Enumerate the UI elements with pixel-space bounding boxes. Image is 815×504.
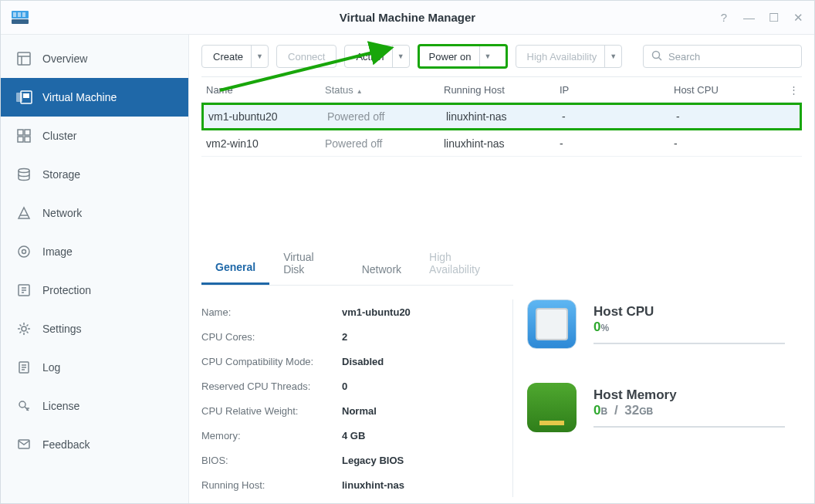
sidebar-item-label: Virtual Machine [42, 91, 117, 103]
caret-down-icon[interactable]: ▼ [479, 46, 496, 66]
svg-point-20 [22, 326, 26, 331]
properties-list: Name:vm1-ubuntu20 CPU Cores:2 CPU Compat… [201, 299, 513, 497]
high-availability-button[interactable]: High Availability ▼ [516, 45, 623, 68]
sidebar-item-protection[interactable]: Protection [1, 271, 188, 310]
minimize-icon[interactable]: — [743, 11, 754, 25]
sidebar-item-label: Log [42, 361, 60, 374]
prop-label: Running Host: [201, 479, 342, 491]
metric-title: Host Memory [593, 387, 785, 403]
metric-value: 0B / 32GB [593, 403, 785, 418]
svg-rect-13 [18, 137, 23, 142]
sidebar-item-label: Storage [42, 168, 80, 181]
sidebar-item-overview[interactable]: Overview [1, 39, 188, 78]
license-icon [16, 399, 32, 413]
main-content: Create ▼ Connect Action ▼ Power on ▼ Hig… [189, 35, 814, 503]
sidebar-item-license[interactable]: License [1, 387, 188, 425]
col-name[interactable]: Name [201, 84, 325, 96]
close-icon[interactable]: ✕ [793, 11, 803, 25]
sidebar-item-settings[interactable]: Settings [1, 310, 188, 348]
sidebar-item-image[interactable]: Image [1, 232, 188, 271]
settings-icon [16, 322, 32, 336]
prop-value: 0 [342, 381, 347, 392]
network-icon [16, 206, 32, 220]
tab-high-availability[interactable]: High Availability [415, 242, 513, 285]
sidebar-item-label: Feedback [42, 438, 90, 451]
svg-rect-14 [25, 137, 30, 142]
sidebar-item-cluster[interactable]: Cluster [1, 117, 188, 155]
svg-rect-12 [25, 130, 30, 135]
col-cpu[interactable]: Host CPU [674, 84, 774, 96]
prop-value: 2 [342, 331, 347, 343]
svg-rect-11 [18, 130, 23, 135]
window-title: Virtual Machine Manager [1, 11, 814, 24]
tab-general[interactable]: General [201, 252, 269, 285]
memory-icon [527, 383, 577, 432]
help-icon[interactable]: ? [719, 11, 729, 25]
prop-value: Normal [342, 405, 377, 417]
svg-point-25 [19, 401, 25, 408]
titlebar: Virtual Machine Manager ? — ☐ ✕ [1, 1, 814, 35]
detail-tabs: General Virtual Disk Network High Availa… [201, 250, 513, 286]
storage-icon [16, 167, 32, 181]
cpu-icon [527, 299, 577, 349]
metrics-panel: Host CPU 0% Host Memory [527, 250, 802, 497]
cluster-icon [16, 129, 32, 143]
maximize-icon[interactable]: ☐ [768, 11, 779, 25]
svg-rect-3 [18, 12, 21, 17]
sidebar-item-label: License [42, 400, 79, 412]
prop-label: Memory: [201, 430, 342, 441]
caret-down-icon[interactable]: ▼ [604, 46, 621, 67]
svg-rect-2 [13, 12, 16, 17]
svg-point-18 [22, 250, 26, 254]
prop-value: vm1-ubuntu20 [342, 306, 411, 318]
svg-rect-8 [16, 93, 22, 102]
metric-bar [593, 343, 785, 344]
col-ip[interactable]: IP [560, 84, 674, 96]
table-row[interactable]: vm1-ubuntu20 Powered off linuxhint-nas -… [201, 103, 802, 130]
svg-rect-10 [23, 93, 29, 98]
sidebar-item-label: Network [42, 207, 82, 219]
caret-down-icon[interactable]: ▼ [392, 46, 409, 67]
sidebar: Overview Virtual Machine Cluster Storage… [1, 35, 189, 503]
metric-title: Host CPU [593, 304, 785, 320]
metric-host-cpu: Host CPU 0% [527, 299, 802, 349]
caret-down-icon[interactable]: ▼ [251, 46, 268, 67]
detail-panel: General Virtual Disk Network High Availa… [189, 250, 814, 503]
svg-rect-1 [12, 19, 29, 24]
search-input[interactable] [643, 45, 802, 68]
prop-value: Disabled [342, 356, 384, 367]
col-host[interactable]: Running Host [444, 84, 560, 96]
tab-network[interactable]: Network [348, 254, 415, 285]
prop-label: Name: [201, 306, 342, 318]
prop-label: Reserved CPU Threads: [201, 381, 342, 392]
col-status[interactable]: Status▲ [325, 84, 444, 96]
connect-button[interactable]: Connect [276, 45, 336, 68]
svg-point-17 [19, 246, 29, 257]
sort-asc-icon: ▲ [357, 88, 363, 95]
sidebar-item-virtual-machine[interactable]: Virtual Machine [1, 78, 188, 117]
create-button[interactable]: Create ▼ [201, 45, 269, 68]
sidebar-item-log[interactable]: Log [1, 348, 188, 387]
search-icon [651, 50, 662, 63]
sidebar-item-feedback[interactable]: Feedback [1, 425, 188, 464]
power-on-button[interactable]: Power on ▼ [418, 44, 508, 69]
app-icon [12, 11, 29, 25]
vm-table: Name Status▲ Running Host IP Host CPU ⋮ … [189, 76, 814, 157]
feedback-icon [16, 438, 32, 452]
sidebar-item-label: Protection [42, 284, 91, 296]
column-menu-icon[interactable]: ⋮ [789, 84, 802, 96]
prop-label: CPU Relative Weight: [201, 405, 342, 417]
table-row[interactable]: vm2-win10 Powered off linuxhint-nas - - [201, 130, 802, 157]
image-icon [16, 245, 32, 259]
metric-value: 0% [593, 320, 785, 335]
sidebar-item-label: Settings [42, 323, 82, 335]
log-icon [16, 360, 32, 374]
toolbar: Create ▼ Connect Action ▼ Power on ▼ Hig… [189, 35, 814, 76]
action-button[interactable]: Action ▼ [344, 45, 409, 68]
svg-line-28 [659, 57, 662, 60]
sidebar-item-storage[interactable]: Storage [1, 155, 188, 194]
tab-virtual-disk[interactable]: Virtual Disk [269, 242, 348, 285]
metric-host-memory: Host Memory 0B / 32GB [527, 383, 802, 432]
sidebar-item-label: Image [42, 245, 73, 258]
sidebar-item-network[interactable]: Network [1, 194, 188, 232]
